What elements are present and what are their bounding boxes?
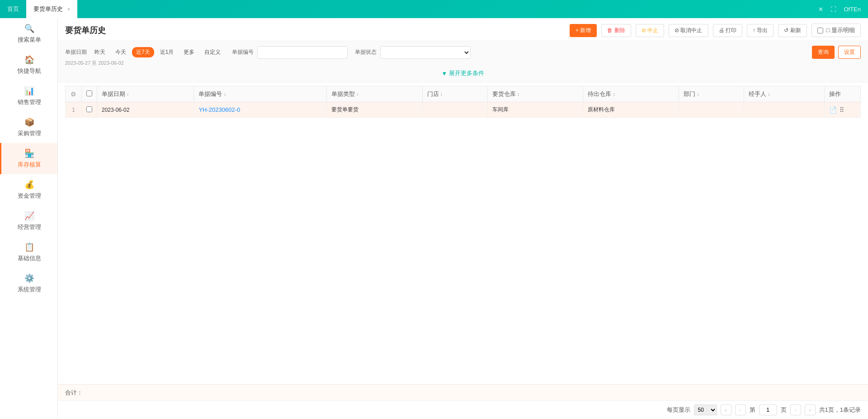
- date-btn-more[interactable]: 更多: [179, 47, 198, 57]
- total-label: 合计：: [65, 389, 83, 397]
- sidebar-label-finance: 资金管理: [18, 192, 41, 200]
- th-department[interactable]: 部门: [679, 86, 744, 102]
- date-btn-custom[interactable]: 自定义: [200, 47, 225, 57]
- window-close-icon[interactable]: ✕: [818, 6, 823, 13]
- page-number-input[interactable]: [759, 405, 777, 415]
- sidebar-item-finance[interactable]: 💰 资金管理: [0, 174, 57, 205]
- row-checkbox[interactable]: [86, 106, 92, 112]
- sidebar: 🔍 搜索菜单 🏠 快捷导航 📊 销售管理 📦 采购管理 🏪 库存核算 💰 资金管…: [0, 18, 58, 419]
- top-right-icons: ✕ ⛶ OfTEn: [818, 6, 868, 13]
- date-btn-yesterday[interactable]: 昨天: [90, 47, 109, 57]
- row-store: [422, 102, 487, 118]
- th-req-warehouse[interactable]: 要货仓库: [487, 86, 583, 102]
- print-button[interactable]: 🖨 打印: [713, 24, 742, 37]
- docno-input[interactable]: [257, 46, 348, 59]
- sidebar-item-inventory[interactable]: 🏪 库存核算: [0, 143, 57, 174]
- tab-bar: 首页 要货单历史 ×: [0, 0, 818, 18]
- new-button[interactable]: + 新增: [570, 24, 597, 37]
- date-range-display: 2023-05-27 至 2023-06-02: [65, 60, 861, 67]
- th-doc-type[interactable]: 单据类型: [326, 86, 422, 102]
- prev-page-button[interactable]: ‹: [735, 405, 746, 415]
- home-icon: 🏠: [24, 55, 34, 65]
- date-btn-1month[interactable]: 近1月: [156, 47, 178, 57]
- settings-button[interactable]: 设置: [838, 46, 861, 59]
- tab-home[interactable]: 首页: [0, 0, 26, 18]
- show-detail-checkbox[interactable]: [817, 28, 823, 33]
- row-actions: 📄 ⠿: [829, 106, 856, 114]
- row-handler: [744, 102, 825, 118]
- sidebar-item-operations[interactable]: 📈 经营管理: [0, 205, 57, 237]
- sidebar-label-quicknav: 快捷导航: [18, 67, 41, 75]
- page-size-label: 每页显示: [667, 406, 690, 414]
- sidebar-label-basicinfo: 基础信息: [18, 254, 41, 262]
- table-body: 1 2023-06-02 YH-20230602-0 要货单要货 车间库 原材料…: [66, 102, 861, 118]
- status-select[interactable]: [380, 46, 471, 59]
- date-btn-today[interactable]: 今天: [111, 47, 130, 57]
- status-filter-group: 单据状态: [355, 46, 471, 59]
- tab-requisition-history[interactable]: 要货单历史 ×: [26, 0, 77, 18]
- row-actions-cell: 📄 ⠿: [825, 102, 861, 118]
- tab-close-icon[interactable]: ×: [67, 6, 70, 12]
- sidebar-item-search[interactable]: 🔍 搜索菜单: [0, 18, 57, 49]
- sidebar-label-operations: 经营管理: [18, 223, 41, 231]
- sidebar-label-search: 搜索菜单: [18, 36, 41, 44]
- data-table: ⚙ 单据日期 单据编号 单据类型: [65, 86, 861, 118]
- main-layout: 🔍 搜索菜单 🏠 快捷导航 📊 销售管理 📦 采购管理 🏪 库存核算 💰 资金管…: [0, 18, 868, 419]
- table-row: 1 2023-06-02 YH-20230602-0 要货单要货 车间库 原材料…: [66, 102, 861, 118]
- th-date[interactable]: 单据日期: [97, 86, 194, 102]
- th-settings[interactable]: ⚙: [66, 86, 82, 102]
- select-all-checkbox[interactable]: [86, 90, 92, 96]
- date-btn-7days[interactable]: 近7天: [132, 47, 154, 57]
- th-checkbox: [82, 86, 97, 102]
- th-handler[interactable]: 经手人: [744, 86, 825, 102]
- refresh-button[interactable]: ↺ 刷新: [778, 24, 807, 37]
- last-page-button[interactable]: »: [805, 405, 816, 415]
- sidebar-label-inventory: 库存核算: [18, 161, 41, 169]
- sidebar-item-system[interactable]: ⚙️ 系统管理: [0, 268, 57, 299]
- page-size-select[interactable]: 50 10 20 100: [694, 405, 717, 415]
- th-store[interactable]: 门店: [422, 86, 487, 102]
- query-button[interactable]: 查询: [812, 46, 835, 59]
- row-doc-type: 要货单要货: [326, 102, 422, 118]
- search-icon: 🔍: [24, 24, 34, 33]
- table-header: ⚙ 单据日期 单据编号 单据类型: [66, 86, 861, 102]
- sidebar-item-purchase[interactable]: 📦 采购管理: [0, 112, 57, 143]
- column-settings-icon[interactable]: ⚙: [71, 90, 76, 98]
- sales-icon: 📊: [24, 86, 34, 96]
- row-date: 2023-06-02: [97, 102, 194, 118]
- expand-more-button[interactable]: ▼ 展开更多条件: [65, 69, 861, 77]
- next-page-button[interactable]: ›: [790, 405, 801, 415]
- th-doc-no[interactable]: 单据编号: [194, 86, 327, 102]
- row-more-icon[interactable]: ⠿: [840, 106, 844, 114]
- finance-icon: 💰: [24, 180, 34, 190]
- window-expand-icon[interactable]: ⛶: [830, 6, 836, 13]
- sidebar-item-sales[interactable]: 📊 销售管理: [0, 81, 57, 112]
- th-action: 操作: [825, 86, 861, 102]
- sidebar-item-quicknav[interactable]: 🏠 快捷导航: [0, 49, 57, 81]
- delete-button[interactable]: 🗑 删除: [601, 24, 631, 37]
- date-filter-group: 单据日期 昨天 今天 近7天 近1月 更多 自定义: [65, 47, 225, 57]
- operations-icon: 📈: [24, 211, 34, 221]
- sidebar-label-purchase: 采购管理: [18, 129, 41, 138]
- doc-no-link[interactable]: YH-20230602-0: [198, 106, 240, 113]
- page-title: 要货单历史: [65, 25, 106, 36]
- row-doc-no[interactable]: YH-20230602-0: [194, 102, 327, 118]
- inventory-icon: 🏪: [24, 148, 34, 158]
- row-index: 1: [66, 102, 82, 118]
- export-button[interactable]: ↑ 导出: [747, 24, 774, 37]
- first-page-button[interactable]: «: [721, 405, 731, 415]
- th-pending-warehouse[interactable]: 待出仓库: [583, 86, 679, 102]
- status-filter-label: 单据状态: [355, 48, 377, 56]
- page-label: 第: [750, 406, 755, 414]
- row-edit-icon[interactable]: 📄: [829, 106, 837, 114]
- stop-button[interactable]: ⊘ 中止: [636, 24, 664, 37]
- page-unit: 页: [781, 406, 787, 414]
- system-icon: ⚙️: [24, 273, 34, 283]
- row-department: [679, 102, 744, 118]
- filter-action-buttons: 查询 设置: [812, 46, 861, 59]
- tab-home-label: 首页: [7, 5, 19, 13]
- show-detail-button[interactable]: □ 显示明细: [811, 24, 861, 37]
- sidebar-item-basicinfo[interactable]: 📋 基础信息: [0, 237, 57, 268]
- total-info: 共1页，1条记录: [819, 406, 861, 414]
- cancel-stop-button[interactable]: ⊘ 取消中止: [669, 24, 708, 37]
